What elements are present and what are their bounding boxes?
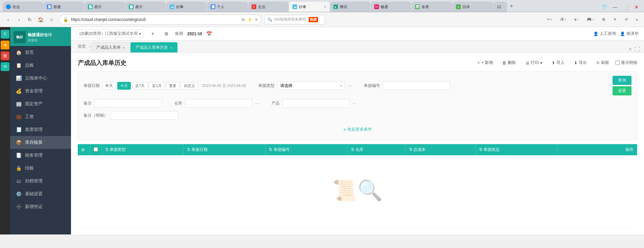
note-detail-input[interactable] — [111, 111, 178, 120]
date-btn-custom[interactable]: 自定义 — [181, 82, 198, 90]
browser-tab-1[interactable]: 🌐 在达 — [3, 2, 43, 12]
page-tab-list-close[interactable]: × — [123, 46, 125, 50]
new-record-btn[interactable]: + + 新增 — [474, 58, 496, 67]
page-tab-history-close[interactable]: × — [170, 46, 172, 50]
grid-btn[interactable]: ⊞ — [599, 16, 608, 23]
scissors-btn[interactable]: ✂ › — [544, 16, 555, 23]
note-input[interactable] — [94, 99, 162, 108]
warehouse-input[interactable] — [185, 99, 253, 108]
game-btn[interactable]: 🎮 › — [584, 16, 597, 23]
customer-service-btn[interactable]: 👤 人工咨询 — [593, 31, 616, 37]
warehouse-more-icon[interactable]: ··· — [255, 100, 259, 106]
date-btn-yesterday[interactable]: 昨天 — [102, 82, 116, 90]
nav-item-settings[interactable]: ⚙️ 基础设置 — [10, 187, 71, 200]
th-status[interactable]: ⇅ 单据状态 — [475, 144, 557, 155]
nav-item-ledger[interactable]: 📋 总账 — [10, 59, 71, 72]
print-btn[interactable]: 🖨 打印 ▾ — [522, 58, 546, 67]
browser-tab-3[interactable]: 📄 易方 — [85, 2, 125, 12]
user-avatar-btn[interactable]: 👤 徐泽华 — [620, 31, 639, 37]
browser-tab-7[interactable]: C 企业 — [248, 2, 289, 12]
show-detail-checkbox[interactable] — [615, 61, 620, 65]
currency-btn[interactable]: ¥ › — [572, 16, 581, 23]
nav-item-funds[interactable]: 💰 资金管理 — [10, 85, 71, 97]
delete-icon: 🗑 — [502, 61, 506, 65]
query-btn[interactable]: 查询 — [613, 76, 631, 85]
page-tab-history[interactable]: 产成品入库单历史 × — [130, 42, 177, 52]
maximize-btn[interactable]: ⬜ — [621, 2, 630, 12]
search-box-360[interactable]: 🔍 360智能抠图免费用 热搜 — [264, 15, 325, 24]
th-total-cost[interactable]: ⇅ 总成本 — [405, 144, 475, 155]
delete-btn[interactable]: 🗑 删除 — [499, 58, 519, 67]
date-btn-1month[interactable]: 近1月 — [149, 82, 165, 90]
nav-item-closing[interactable]: 🔒 结账 — [10, 162, 71, 175]
tab-close-8[interactable]: × — [324, 4, 326, 9]
panel-close-btn[interactable]: × — [629, 46, 632, 52]
period-calendar-icon[interactable]: 📅 — [206, 31, 212, 37]
company-settings-btn[interactable]: ⚙ — [162, 29, 171, 39]
nav-item-new-period[interactable]: ➕ 新增凭证 — [10, 200, 71, 213]
date-btn-today[interactable]: 今天 — [117, 82, 131, 90]
app-icon-star[interactable]: ★ — [1, 41, 9, 49]
panel-expand-btn[interactable]: ⛶ — [635, 46, 640, 52]
browser-tab-6[interactable]: 📄 个人 — [207, 2, 248, 12]
select-all-checkbox[interactable] — [94, 147, 98, 152]
browser-tab-5[interactable]: ☁ 好事 — [166, 2, 207, 12]
nav-item-reports[interactable]: 📊 云报表中心 — [10, 72, 71, 85]
refresh-btn[interactable]: ↻ 刷新 — [593, 58, 613, 67]
date-btn-7days[interactable]: 近7天 — [132, 82, 148, 90]
browser-tab-10[interactable]: M 畅通 — [371, 2, 411, 12]
breadcrumb-home[interactable]: 首页 — [75, 44, 89, 49]
add-company-btn[interactable]: + — [148, 29, 158, 39]
voucher-no-input[interactable] — [383, 81, 450, 90]
nav-item-invoice[interactable]: 🧾 发票管理 — [10, 123, 71, 136]
th-warehouse[interactable]: ⇅ 仓库 — [347, 144, 405, 155]
settings-browser-btn[interactable]: ≡ — [633, 16, 641, 23]
th-settings[interactable]: ⚙ — [78, 144, 90, 155]
rotate-btn[interactable]: ↺ — [622, 16, 630, 23]
nav-item-tax[interactable]: 📑 税务管理 — [10, 149, 71, 162]
browser-tab-count[interactable]: 12 — [494, 2, 507, 12]
date-btn-more[interactable]: 更多 — [166, 82, 180, 90]
nav-label-fixed-assets: 固定资产 — [25, 101, 66, 107]
nav-item-home[interactable]: 🏠 首页 — [10, 46, 71, 59]
nav-item-payroll[interactable]: 💼 工资 — [10, 110, 71, 123]
forward-btn[interactable]: › — [14, 15, 24, 24]
theme-btn[interactable]: ☀ — [611, 16, 619, 23]
browser-tab-9[interactable]: 🐧 腾讯 — [330, 2, 371, 12]
nav-item-archive[interactable]: 🗂 归档管理 — [10, 175, 71, 187]
collapse-filter-btn[interactable]: ∧ 收起更多条件 — [341, 125, 374, 134]
voucher-type-more-icon[interactable]: ··· — [348, 83, 352, 88]
import-btn[interactable]: ⬆ 导入 — [548, 58, 568, 67]
company-selector[interactable]: (勿删勿禁用）江西服宝测试专用 ▾ — [76, 29, 144, 38]
browser-tab-2[interactable]: 📄 新建 — [44, 2, 84, 12]
bookmark-btn[interactable]: ☆ — [47, 15, 56, 24]
th-voucher-type[interactable]: ⇅ 单据类型 — [101, 144, 183, 155]
nav-item-fixed-assets[interactable]: 🏢 固定资产 — [10, 97, 71, 110]
browser-tab-11[interactable]: 📊 各类 — [412, 2, 452, 12]
app-icon-mail[interactable]: ✉ — [1, 62, 9, 71]
refresh-browser-btn[interactable]: ↻ — [25, 15, 34, 24]
voucher-type-select[interactable]: 请选择 — [277, 81, 345, 90]
browser-tab-12[interactable]: S 目录 — [453, 2, 493, 12]
address-input-box[interactable]: 🔒 https://cloud.chanjet.com/accounting/u… — [59, 15, 262, 25]
settings-filter-btn[interactable]: 设置 — [613, 86, 631, 95]
page-tab-list[interactable]: 产成品入库单 × — [91, 42, 130, 52]
export-btn[interactable]: ⬇ 导出 — [571, 58, 590, 67]
browser-tab-8[interactable]: ☁ 好事 × — [289, 2, 330, 12]
back-btn[interactable]: ‹ — [3, 15, 13, 24]
browser-tab-4[interactable]: 📄 易方 — [125, 2, 166, 12]
home-btn[interactable]: 🏠 — [36, 15, 45, 24]
close-window-btn[interactable]: ✕ — [632, 2, 641, 12]
translate-btn[interactable]: 译 › — [557, 16, 569, 23]
th-voucher-date[interactable]: ⇅ 单据日期 — [183, 144, 265, 155]
th-voucher-no[interactable]: ⇅ 单据编号 — [265, 144, 347, 155]
app-icon-weibo[interactable]: 微 — [1, 51, 9, 60]
product-input[interactable] — [282, 99, 350, 108]
product-more-icon[interactable]: ··· — [353, 100, 357, 106]
app-icon-logo[interactable]: © — [1, 30, 9, 39]
th-checkbox[interactable] — [90, 144, 101, 155]
minimize-btn[interactable]: — — [610, 2, 620, 12]
new-tab-button[interactable]: + — [507, 2, 516, 10]
nav-item-inventory[interactable]: 📦 库存核算 — [10, 136, 71, 149]
shirt-icon-btn[interactable]: 👕 — [599, 2, 609, 12]
